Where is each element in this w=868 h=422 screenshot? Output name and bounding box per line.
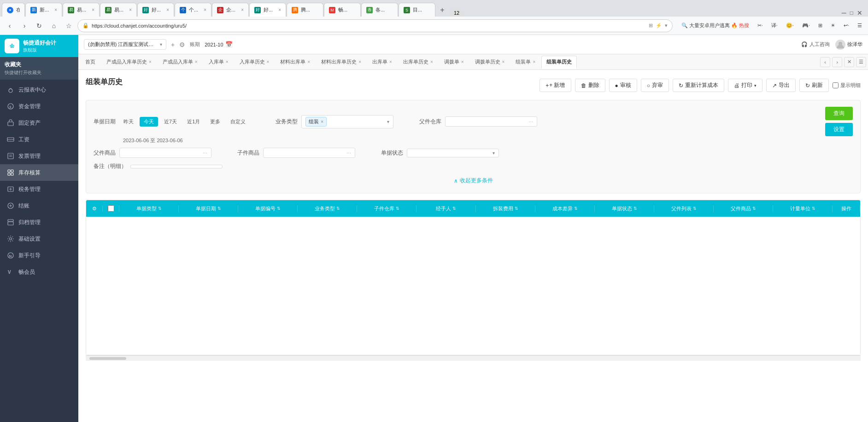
scissors-btn[interactable]: ✂· xyxy=(755,21,765,30)
page-tab-close-mat-out-history[interactable]: × xyxy=(358,59,361,64)
sidebar-item-stock-calc[interactable]: 库存核算 xyxy=(0,164,78,181)
page-tab-in-history[interactable]: 入库单历史 × xyxy=(235,56,275,69)
table-col-cost-diff[interactable]: 成本差异 ⇅ xyxy=(535,205,595,212)
grid-btn[interactable]: ⊞ xyxy=(816,21,825,30)
sun-btn[interactable]: ☀ xyxy=(828,21,838,30)
scrollbar-thumb[interactable] xyxy=(89,357,126,360)
bookmark-button[interactable]: ☆ xyxy=(63,20,75,32)
refresh-button[interactable]: ↻ xyxy=(33,20,45,32)
shortcut-yesterday[interactable]: 昨天 xyxy=(119,117,138,127)
table-select-all[interactable] xyxy=(108,205,114,212)
new-tab-icon[interactable]: + xyxy=(171,41,175,48)
order-status-input[interactable]: ▾ xyxy=(407,149,499,157)
back-button[interactable]: ‹ xyxy=(4,20,16,32)
tab-close-6[interactable]: × xyxy=(204,7,206,12)
tab-nav-left[interactable]: ‹ xyxy=(820,57,830,67)
sidebar-item-fixed-asset[interactable]: 固定资产 xyxy=(0,115,78,131)
business-type-tag-close[interactable]: × xyxy=(321,119,323,124)
forward-button[interactable]: › xyxy=(18,20,30,32)
browser-tab-3[interactable]: 易 易... × xyxy=(63,3,100,17)
browser-tab-8[interactable]: 好 好... × xyxy=(249,3,286,17)
page-tab-close-prod-in-history[interactable]: × xyxy=(149,59,152,64)
table-col-disassembly-fee[interactable]: 拆装费用 ⇅ xyxy=(476,205,535,212)
search-bar[interactable]: 🔍 大量安卓用户逃离 🔥 热搜 xyxy=(679,21,751,30)
shortcut-week[interactable]: 近7天 xyxy=(160,117,181,127)
sidebar-item-basic-settings[interactable]: 基础设置 xyxy=(0,231,78,247)
url-bar[interactable]: 🔒 https://cloud.chanjet.com/accounting/u… xyxy=(77,19,673,32)
page-tab-close-out-history[interactable]: × xyxy=(430,59,433,64)
add-button[interactable]: + + 新增 xyxy=(540,79,571,92)
remark-input[interactable] xyxy=(130,165,223,168)
page-tab-close-adjust[interactable]: × xyxy=(461,59,464,64)
table-col-child-warehouse[interactable]: 子件仓库 ⇅ xyxy=(357,205,416,212)
page-tab-mat-out[interactable]: 材料出库单 × xyxy=(275,56,315,69)
print-button[interactable]: 🖨 打印 ▾ xyxy=(728,79,762,92)
refresh-button[interactable]: ↻ 刷新 xyxy=(799,79,829,92)
tab-close-8[interactable]: × xyxy=(278,7,281,12)
recalc-button[interactable]: ↻ 重新计算成本 xyxy=(673,79,724,92)
page-tab-close-in-history[interactable]: × xyxy=(267,59,270,64)
tab-nav-close-all[interactable]: ✕ xyxy=(844,57,854,67)
home-button[interactable]: ⌂ xyxy=(48,20,60,32)
page-tab-in-order[interactable]: 入库单 × xyxy=(204,56,234,69)
page-tab-adjust-history[interactable]: 调拨单历史 × xyxy=(470,56,510,69)
query-button[interactable]: 查询 xyxy=(825,107,853,120)
page-tab-close-mat-out[interactable]: × xyxy=(307,59,310,64)
browser-tab-7[interactable]: 企 企... × xyxy=(212,3,249,17)
settings-button[interactable]: 设置 xyxy=(825,123,853,136)
page-tab-close-assembly[interactable]: × xyxy=(533,59,535,64)
page-tab-assembly[interactable]: 组装单 × xyxy=(510,56,540,69)
page-tab-close-prod-in[interactable]: × xyxy=(195,59,198,64)
undo-btn[interactable]: ↩· xyxy=(841,21,851,30)
page-tab-prod-in[interactable]: 产成品入库单 × xyxy=(158,56,203,69)
browser-tab-11[interactable]: 各 各... xyxy=(361,3,398,17)
tab-close-7[interactable]: × xyxy=(241,7,244,12)
sidebar-item-fund-mgmt[interactable]: $ 资金管理 xyxy=(0,98,78,115)
shortcut-month[interactable]: 近1月 xyxy=(183,117,204,127)
export-button[interactable]: ↗ 导出 xyxy=(766,79,796,92)
parent-warehouse-input[interactable]: ··· xyxy=(445,116,537,127)
sidebar-favorites[interactable]: 收藏夹 快捷键打开收藏夹 xyxy=(0,57,78,80)
table-col-parent-list[interactable]: 父件列表 ⇅ xyxy=(654,205,714,212)
page-tab-home[interactable]: 首页 xyxy=(80,56,100,69)
service-button[interactable]: 🎧 人工咨询 xyxy=(801,41,830,48)
table-col-unit[interactable]: 计量单位 ⇅ xyxy=(773,205,833,212)
filter-collapse-btn[interactable]: ∧ 收起更多条件 xyxy=(94,175,853,186)
tab-count-badge[interactable]: 12 xyxy=(451,9,462,17)
child-goods-input[interactable]: ··· xyxy=(263,148,355,158)
browser-tab-2[interactable]: 新 新... × xyxy=(25,3,62,17)
browser-tab-10[interactable]: M 畅... xyxy=(324,3,361,17)
sidebar-item-invoice[interactable]: 发票管理 xyxy=(0,148,78,164)
user-info[interactable]: 徐泽华 xyxy=(835,40,862,50)
emoji-btn[interactable]: 😊· xyxy=(784,21,796,30)
menu-btn[interactable]: ☰ xyxy=(855,21,864,30)
tab-close-4[interactable]: × xyxy=(129,7,132,12)
sidebar-item-member[interactable]: V 畅会员 xyxy=(0,264,78,280)
company-selector[interactable]: (勿删勿禁用) 江西服宝测试专用 ▾ xyxy=(84,39,166,50)
page-tab-close-adjust-history[interactable]: × xyxy=(502,59,505,64)
table-col-order-status[interactable]: 单据状态 ⇅ xyxy=(595,205,654,212)
tab-nav-more[interactable]: ☰ xyxy=(856,57,866,67)
new-tab-button[interactable]: + xyxy=(436,4,449,17)
minimize-btn[interactable]: ─ xyxy=(842,9,846,17)
shortcut-more[interactable]: 更多 xyxy=(206,117,224,127)
browser-tab-12[interactable]: S 目... xyxy=(399,3,435,17)
browser-tab-5[interactable]: 好 好... × xyxy=(137,3,174,17)
game-btn[interactable]: 🎮· xyxy=(800,21,812,30)
page-tab-adjust[interactable]: 调拨单 × xyxy=(439,56,469,69)
table-col-handler[interactable]: 经手人 ⇅ xyxy=(416,205,476,212)
table-col-date[interactable]: 单据日期 ⇅ xyxy=(179,205,238,212)
parent-goods-input[interactable]: ··· xyxy=(119,148,211,158)
horizontal-scrollbar[interactable] xyxy=(86,355,861,361)
business-type-input[interactable]: 组装 × ▾ xyxy=(301,115,393,128)
tab-nav-right[interactable]: › xyxy=(832,57,842,67)
page-tab-close-in-order[interactable]: × xyxy=(226,59,229,64)
browser-tab-4[interactable]: 易 易... × xyxy=(100,3,137,17)
page-tab-close-out-order[interactable]: × xyxy=(389,59,392,64)
table-col-parent-goods[interactable]: 父件商品 ⇅ xyxy=(714,205,773,212)
sidebar-item-tax-mgmt[interactable]: 税务管理 xyxy=(0,181,78,197)
sidebar-item-archive[interactable]: 归档管理 xyxy=(0,214,78,231)
sidebar-item-payroll[interactable]: 工资 xyxy=(0,131,78,148)
page-tab-mat-out-history[interactable]: 材料出库单历史 × xyxy=(316,56,366,69)
tab-close-5[interactable]: × xyxy=(166,7,169,12)
